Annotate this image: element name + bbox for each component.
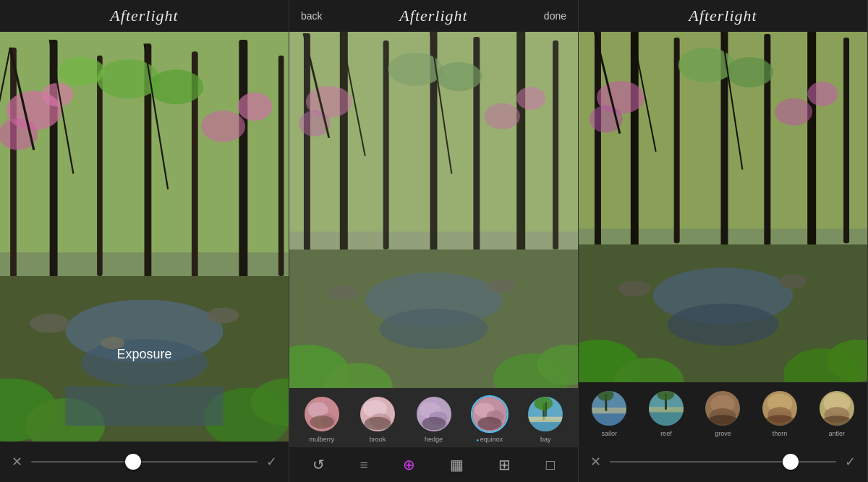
filter-bay[interactable]: bay — [519, 395, 572, 443]
filter-antler[interactable]: antler — [809, 390, 864, 437]
filter-name-bay: bay — [540, 436, 551, 443]
done-button[interactable]: done — [544, 10, 566, 22]
svg-rect-84 — [595, 32, 601, 250]
slider-thumb-3[interactable] — [783, 454, 799, 470]
svg-rect-110 — [592, 413, 626, 426]
filter-name-grove: grove — [715, 430, 731, 437]
filter-thumb-brook[interactable] — [359, 395, 396, 433]
svg-point-63 — [310, 416, 333, 429]
filter-thumb-thorn[interactable] — [761, 390, 799, 427]
filter-thumb-sailor[interactable] — [590, 390, 628, 427]
svg-rect-8 — [278, 56, 284, 276]
filter-thumb-grove[interactable] — [704, 390, 741, 427]
close-icon-1[interactable]: ✕ — [12, 454, 22, 470]
filter-equinox[interactable]: equinox — [463, 395, 516, 443]
slider-bar-1: ✕ ✓ — [0, 442, 289, 482]
photo-area-2 — [289, 32, 578, 388]
panel-1: Afterlight — [0, 0, 289, 482]
filter-reef[interactable]: reef — [639, 390, 694, 437]
svg-rect-79 — [545, 402, 547, 416]
svg-point-75 — [477, 417, 501, 430]
exposure-label: Exposure — [116, 347, 171, 362]
adjust-icon[interactable]: ≡ — [359, 457, 367, 473]
filter-name-mulberry: mulberry — [309, 436, 334, 443]
svg-point-21 — [208, 308, 239, 324]
filter-sailor[interactable]: sailor — [582, 390, 637, 437]
svg-rect-85 — [631, 32, 639, 257]
svg-rect-115 — [649, 411, 684, 426]
filters-row: mulberry brook — [289, 388, 578, 447]
svg-point-126 — [765, 415, 795, 426]
filter-name-equinox: equinox — [477, 436, 503, 443]
app-title-1: Afterlight — [110, 7, 178, 25]
filter-name-reef: reef — [660, 430, 672, 437]
svg-rect-59 — [289, 32, 578, 388]
svg-rect-27 — [65, 387, 223, 426]
back-button[interactable]: back — [301, 10, 323, 22]
color-icon[interactable]: ⊕ — [403, 456, 415, 473]
photo-area-1: Exposure — [0, 32, 289, 442]
svg-point-96 — [726, 57, 773, 87]
app-title-2: Afterlight — [399, 7, 467, 25]
filter-thumb-hedge[interactable] — [415, 395, 453, 433]
panel-2: back Afterlight done — [289, 0, 579, 482]
filter-thumb-bay[interactable] — [527, 395, 564, 433]
panel-2-header: back Afterlight done — [289, 0, 578, 32]
photo-area-3 — [579, 32, 867, 382]
filter-name-antler: antler — [828, 430, 845, 437]
svg-rect-2 — [10, 48, 17, 284]
svg-point-93 — [775, 98, 812, 126]
svg-rect-81 — [528, 417, 563, 422]
panel-1-header: Afterlight — [0, 0, 289, 32]
filter-name-sailor: sailor — [602, 430, 618, 437]
svg-point-67 — [365, 417, 391, 430]
filter-thumb-equinox[interactable] — [471, 395, 509, 433]
frame-icon[interactable]: □ — [546, 457, 555, 473]
filter-thumb-mulberry[interactable] — [303, 395, 341, 433]
svg-point-71 — [422, 417, 446, 430]
crop-icon[interactable]: ⊞ — [498, 456, 511, 473]
svg-point-101 — [779, 274, 807, 288]
check-icon-1[interactable]: ✓ — [266, 454, 277, 470]
panel-3: Afterlight — [579, 0, 868, 482]
panel-3-header: Afterlight — [579, 0, 867, 32]
svg-point-78 — [535, 397, 553, 410]
filter-grove[interactable]: grove — [695, 390, 751, 437]
rotate-icon[interactable]: ↺ — [312, 456, 325, 473]
film-icon[interactable]: ▦ — [450, 456, 464, 473]
filter-name-brook: brook — [370, 436, 386, 443]
filter-thumb-reef[interactable] — [647, 390, 685, 427]
svg-point-16 — [58, 57, 105, 85]
svg-point-122 — [708, 415, 738, 426]
slider-thumb-1[interactable] — [125, 454, 141, 470]
filter-name-hedge: hedge — [425, 436, 443, 443]
slider-bar-3: ✕ ✓ — [579, 442, 867, 482]
svg-rect-89 — [807, 32, 816, 259]
check-icon-3[interactable]: ✓ — [845, 454, 856, 470]
svg-point-20 — [30, 314, 69, 332]
filter-row-3: sailor reef — [579, 382, 867, 442]
svg-point-13 — [237, 92, 272, 121]
svg-rect-90 — [843, 38, 849, 243]
filter-thorn[interactable]: thorn — [752, 390, 808, 437]
slider-track-1[interactable] — [31, 461, 258, 462]
toolbar-row: ↺ ≡ ⊕ ▦ ⊞ □ — [289, 447, 578, 482]
app-title-3: Afterlight — [689, 7, 757, 25]
filter-thumb-antler[interactable] — [818, 390, 856, 427]
svg-rect-7 — [239, 40, 247, 292]
svg-point-12 — [201, 111, 245, 142]
close-icon-3[interactable]: ✕ — [590, 454, 601, 470]
filter-mulberry[interactable]: mulberry — [295, 395, 348, 443]
svg-rect-111 — [592, 408, 626, 413]
slider-track-3[interactable] — [610, 461, 836, 462]
svg-point-99 — [668, 304, 779, 345]
svg-point-15 — [148, 69, 203, 104]
filter-brook[interactable]: brook — [351, 395, 404, 443]
filter-name-thorn: thorn — [773, 430, 788, 437]
filter-hedge[interactable]: hedge — [407, 395, 460, 443]
svg-point-94 — [807, 82, 838, 106]
svg-point-100 — [618, 280, 651, 296]
